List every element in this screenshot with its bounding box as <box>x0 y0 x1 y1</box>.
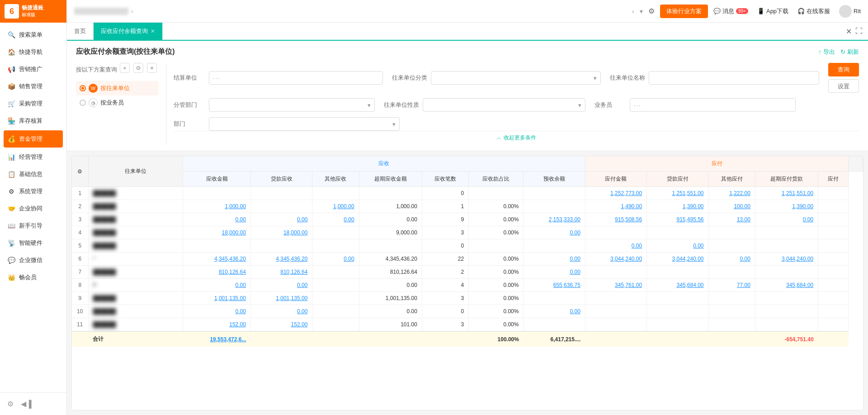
sidebar-item-basic[interactable]: 📋 基础信息 <box>0 166 66 183</box>
table-cell[interactable]: 1,390.00 <box>647 200 708 213</box>
table-cell[interactable]: 1,000.00 <box>183 200 251 213</box>
table-cell[interactable] <box>647 292 708 305</box>
collapse-plan-btn[interactable]: « <box>147 63 157 73</box>
table-cell[interactable] <box>755 266 818 279</box>
search-option-salesperson[interactable]: ◷ 按业务员 <box>76 95 159 110</box>
table-cell[interactable] <box>250 239 312 253</box>
nav-down-icon[interactable]: ▾ <box>640 8 643 15</box>
table-settings-icon[interactable]: ⚙ <box>77 168 82 175</box>
table-cell[interactable] <box>755 239 818 253</box>
table-cell[interactable]: 0.00 <box>183 305 251 318</box>
table-cell[interactable] <box>524 239 585 253</box>
table-cell[interactable] <box>183 239 251 253</box>
table-cell[interactable] <box>585 226 646 239</box>
table-cell[interactable] <box>585 318 646 332</box>
collapse-icon[interactable]: ◀▐ <box>21 400 31 408</box>
table-cell[interactable]: 810,126.64 <box>250 266 312 279</box>
table-cell[interactable] <box>755 292 818 305</box>
settings-plan-btn[interactable]: ⊙ <box>133 63 143 73</box>
table-cell[interactable]: 77.00 <box>708 279 755 292</box>
table-cell[interactable]: 18,000.00 <box>183 226 251 239</box>
table-cell[interactable] <box>708 305 755 318</box>
table-cell[interactable]: 0.00 <box>647 239 708 253</box>
table-cell[interactable] <box>524 292 585 305</box>
table-cell[interactable]: 1,390.00 <box>755 200 818 213</box>
table-cell[interactable] <box>312 226 359 239</box>
input-wanglaifenlei[interactable]: ▾ <box>431 71 601 85</box>
settings-bottom-icon[interactable]: ⚙ <box>7 400 14 408</box>
table-cell[interactable]: 915,495.56 <box>647 213 708 226</box>
sidebar-item-marketing[interactable]: 📢 营销推广 <box>0 61 66 78</box>
table-cell[interactable]: 3,044,240.00 <box>755 253 818 266</box>
table-cell[interactable]: 810,126.64 <box>183 266 251 279</box>
table-cell[interactable]: 0.00 <box>524 226 585 239</box>
table-cell[interactable]: 13.00 <box>708 213 755 226</box>
table-cell[interactable] <box>708 226 755 239</box>
search-option-partner[interactable]: W 按往来单位 <box>76 81 159 95</box>
sidebar-item-wechat[interactable]: 💬 企业微信 <box>0 252 66 269</box>
settings-btn[interactable]: 设置 <box>828 79 859 93</box>
table-cell[interactable]: 4,345,436.20 <box>183 253 251 266</box>
table-cell[interactable] <box>524 187 585 200</box>
table-cell[interactable] <box>647 266 708 279</box>
table-cell[interactable] <box>647 318 708 332</box>
tab-home[interactable]: 首页 <box>67 23 94 40</box>
table-cell[interactable]: 2,153,333.00 <box>524 213 585 226</box>
table-cell[interactable] <box>312 318 359 332</box>
industry-btn[interactable]: 体验行业方案 <box>660 5 708 18</box>
sidebar-item-purchase[interactable]: 🛒 采购管理 <box>0 95 66 112</box>
table-cell[interactable]: 1,000.00 <box>312 200 359 213</box>
table-cell[interactable] <box>755 305 818 318</box>
table-cell[interactable]: 655,636.75 <box>524 279 585 292</box>
table-cell[interactable]: 152.00 <box>250 318 312 332</box>
table-cell[interactable]: 1,001,135.00 <box>250 292 312 305</box>
sidebar-item-guide[interactable]: 📖 新手引导 <box>0 217 66 234</box>
table-cell[interactable] <box>585 292 646 305</box>
table-cell[interactable]: 3,044,240.00 <box>647 253 708 266</box>
col-settings-header[interactable]: ⚙ <box>72 156 88 187</box>
table-cell[interactable] <box>647 226 708 239</box>
add-plan-btn[interactable]: ＋ <box>120 63 130 73</box>
sidebar-item-system[interactable]: ⚙ 系统管理 <box>0 183 66 200</box>
table-cell[interactable]: 0.00 <box>250 279 312 292</box>
table-cell[interactable]: 345,684.00 <box>755 279 818 292</box>
table-cell[interactable]: 152.00 <box>183 318 251 332</box>
table-cell[interactable] <box>312 266 359 279</box>
table-cell[interactable]: 0.00 <box>708 253 755 266</box>
table-cell[interactable] <box>524 200 585 213</box>
table-cell[interactable]: 0.00 <box>755 213 818 226</box>
export-btn[interactable]: ↑ 导出 <box>819 48 835 56</box>
sidebar-item-finance[interactable]: 💰 资金管理 <box>4 130 63 148</box>
table-cell[interactable]: 1,001,135.00 <box>183 292 251 305</box>
table-cell[interactable] <box>312 279 359 292</box>
table-cell[interactable] <box>585 266 646 279</box>
table-cell[interactable]: 1,490.00 <box>585 200 646 213</box>
table-cell[interactable] <box>312 239 359 253</box>
table-cell[interactable] <box>524 318 585 332</box>
table-cell[interactable]: 0.00 <box>250 213 312 226</box>
table-cell[interactable] <box>312 305 359 318</box>
user-avatar-area[interactable]: Rit <box>839 5 861 18</box>
collapse-bar[interactable]: ︿ 收起更多条件 <box>174 131 859 144</box>
table-cell[interactable] <box>647 305 708 318</box>
table-cell[interactable]: 0.00 <box>524 266 585 279</box>
notification-btn[interactable]: 💬 消息 99+ <box>713 7 748 15</box>
table-cell[interactable]: 1,222.00 <box>708 187 755 200</box>
online-service-btn[interactable]: 🎧 在线客服 <box>797 7 830 15</box>
tab-close-icon[interactable]: ✕ <box>151 28 155 34</box>
sidebar-item-hardware[interactable]: 📡 智能硬件 <box>0 234 66 252</box>
table-cell[interactable]: 100.00 <box>708 200 755 213</box>
table-cell[interactable] <box>250 187 312 200</box>
refresh-btn[interactable]: ↻ 刷新 <box>840 48 859 56</box>
table-cell[interactable]: 1,251,551.00 <box>755 187 818 200</box>
table-cell[interactable]: 0.00 <box>312 253 359 266</box>
maximize-icon[interactable]: ⛶ <box>855 27 863 35</box>
table-cell[interactable]: 915,508.56 <box>585 213 646 226</box>
table-cell[interactable]: 0.00 <box>524 253 585 266</box>
input-jisuandanwei[interactable]: ··· <box>209 71 383 85</box>
input-wanglaiming[interactable] <box>649 71 819 85</box>
sidebar-item-collab[interactable]: 🤝 企业协同 <box>0 200 66 217</box>
table-cell[interactable] <box>312 292 359 305</box>
table-cell[interactable] <box>183 187 251 200</box>
settings-icon[interactable]: ⚙ <box>648 7 655 15</box>
